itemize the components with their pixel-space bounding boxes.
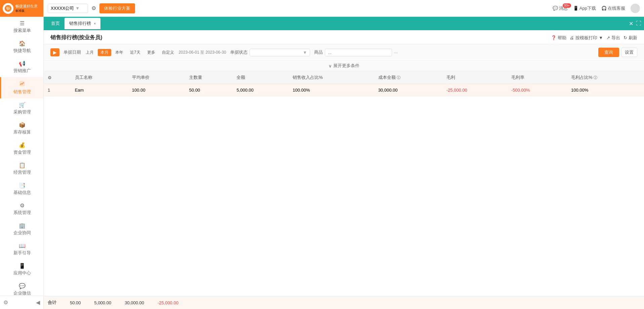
search-menu-icon: ☰ [20, 20, 25, 27]
col-quantity: 主数量 [185, 71, 232, 84]
sales-rank-table: ⚙ 员工名称 平均单价 主数量 全额 销售收入占比% 成本全额 ⓘ 毛利 毛利率… [44, 71, 644, 96]
row-rank: 1 [44, 84, 71, 96]
settings-button[interactable]: 设置 [621, 48, 637, 57]
content-area: 销售排行榜(按业务员) ❓ 帮助 🖨 按模板打印 ▼ ↗ 导出 ↻ 刷新 [44, 30, 644, 309]
tabbar: 首页 销售排行榜 × ✕ ⛶ [44, 17, 644, 30]
headset-icon: 🎧 [601, 6, 607, 11]
filter-toggle-button[interactable]: ▶ [50, 48, 59, 56]
expand-bar: ∨ 展开更多条件 [44, 61, 644, 71]
goods-input[interactable] [325, 49, 392, 56]
tab-close-window-icon[interactable]: ✕ [629, 20, 633, 27]
date-filter-group: 单据日期 上月 本月 本年 近7天 更多 自定义 2023-06-01 至 20… [63, 49, 226, 56]
sidebar-item-search[interactable]: ☰ 搜索菜单 [0, 17, 43, 37]
date-tab-this-year[interactable]: 本年 [113, 49, 126, 56]
help-button[interactable]: ❓ 帮助 [551, 35, 566, 41]
row-gross-rate: -500.00% [507, 84, 567, 96]
date-tabs: 上月 本月 本年 近7天 更多 自定义 [83, 49, 177, 56]
col-avg-price: 平均单价 [128, 71, 185, 84]
sidebar-item-marketing[interactable]: 📢 营销推广 [0, 57, 43, 77]
footer-label: 合计 [48, 300, 56, 306]
goods-filter-group: 商品 ··· [314, 49, 398, 56]
filter-bar: ▶ 单据日期 上月 本月 本年 近7天 更多 自定义 2023-06-01 至 … [44, 44, 644, 61]
tab-close-icon[interactable]: × [94, 21, 96, 25]
status-select[interactable]: ▼ [250, 49, 310, 56]
gear-icon[interactable]: ⚙ [91, 5, 96, 11]
system-icon: ⚙ [20, 202, 25, 209]
operations-icon: 📋 [19, 162, 26, 168]
export-button[interactable]: ↗ 导出 [606, 35, 620, 41]
row-gross: -25,000.00 [442, 84, 507, 96]
tab-expand-icon[interactable]: ⛶ [636, 20, 641, 27]
collapse-icon[interactable]: ◀ [36, 299, 40, 306]
help-icon: ❓ [551, 35, 556, 40]
col-amount: 全额 [232, 71, 289, 84]
query-button[interactable]: 查询 [598, 48, 619, 57]
footer-cost: 30,000.00 [125, 300, 144, 305]
row-amount: 5,000.00 [232, 84, 289, 96]
sidebar-item-wechat[interactable]: 💬 企业微信 [0, 279, 43, 296]
col-settings[interactable]: ⚙ [44, 71, 71, 84]
col-sales-pct: 销售收入占比% [289, 71, 374, 84]
avatar[interactable] [631, 4, 640, 13]
main-area: XXXXX公司 ▼ ⚙ 体验行业方案 💬 消息 99+ 📱 App下载 🎧 在线… [44, 0, 644, 309]
date-tab-more[interactable]: 更多 [144, 49, 158, 56]
tabbar-right: ✕ ⛶ [629, 20, 641, 27]
row-sales-pct: 100.00% [289, 84, 374, 96]
sidebar-item-basic-info[interactable]: 📑 基础信息 [0, 179, 43, 199]
footer-gross: -25,000.00 [158, 300, 178, 305]
basic-info-icon: 📑 [19, 182, 26, 189]
table-footer: 合计 50.00 5,000.00 30,000.00 -25,000.00 [44, 296, 644, 309]
sidebar-item-app-center[interactable]: 📱 应用中心 [0, 259, 43, 279]
filter-more-icon[interactable]: ··· [394, 50, 398, 55]
inventory-icon: 📦 [19, 122, 26, 128]
refresh-button[interactable]: ↻ 刷新 [624, 35, 637, 41]
sidebar-item-enterprise[interactable]: 🏢 企业协同 [0, 219, 43, 239]
print-icon: 🖨 [570, 35, 574, 40]
tab-sales-rank[interactable]: 销售排行榜 × [65, 18, 100, 29]
service-button[interactable]: 🎧 在线客服 [601, 5, 625, 11]
phone-icon: 📱 [573, 6, 578, 11]
gross-pct-info-icon[interactable]: ⓘ [594, 75, 597, 80]
settings-icon[interactable]: ⚙ [3, 299, 8, 306]
message-button[interactable]: 💬 消息 99+ [553, 5, 568, 11]
row-gross-pct: 100.00% [567, 84, 644, 96]
trial-button[interactable]: 体验行业方案 [99, 3, 135, 13]
sidebar-item-system[interactable]: ⚙ 系统管理 [0, 199, 43, 219]
row-cost: 30,000.00 [374, 84, 442, 96]
expand-conditions-button[interactable]: ∨ 展开更多条件 [329, 63, 359, 69]
svg-rect-2 [19, 81, 25, 86]
template-print-button[interactable]: 🖨 按模板打印 ▼ [570, 35, 603, 41]
sidebar-item-finance[interactable]: 💰 资金管理 [0, 139, 43, 159]
logo-icon: 畅 [3, 3, 13, 14]
app-download-button[interactable]: 📱 App下载 [573, 5, 596, 11]
sidebar-item-quick-nav[interactable]: 🏠 快捷导航 [0, 37, 43, 57]
sidebar-item-purchase[interactable]: 🛒 采购管理 [0, 98, 43, 118]
date-tab-custom[interactable]: 自定义 [159, 49, 177, 56]
date-filter-label: 单据日期 [63, 49, 81, 55]
row-avg-price: 100.00 [128, 84, 185, 96]
sidebar-logo: 畅 畅捷通好生意 标准版 [0, 0, 43, 17]
marketing-icon: 📢 [19, 60, 26, 67]
sidebar-menu: ☰ 搜索菜单 🏠 快捷导航 📢 营销推广 销售管理 🛒 采购管理 📦 [0, 17, 43, 296]
status-chevron-icon: ▼ [303, 50, 307, 55]
date-tab-7days[interactable]: 近7天 [127, 49, 143, 56]
company-name: XXXXX公司 [51, 5, 74, 11]
tab-home[interactable]: 首页 [46, 18, 65, 29]
sales-icon [19, 81, 25, 88]
sidebar-item-operations[interactable]: 📋 经营管理 [0, 159, 43, 179]
sidebar-item-guide[interactable]: 📖 新手引导 [0, 239, 43, 259]
date-tab-last-month[interactable]: 上月 [83, 49, 96, 56]
home-icon: 🏠 [19, 40, 26, 47]
sidebar-item-inventory[interactable]: 📦 库存核算 [0, 118, 43, 139]
company-select[interactable]: XXXXX公司 ▼ [48, 4, 88, 13]
sidebar-bottom: ⚙ ◀ [0, 296, 43, 309]
cost-info-icon[interactable]: ⓘ [397, 75, 400, 80]
page-header: 销售排行榜(按业务员) ❓ 帮助 🖨 按模板打印 ▼ ↗ 导出 ↻ 刷新 [44, 30, 644, 44]
table-row: 1 Eam 100.00 50.00 5,000.00 100.00% 30,0… [44, 84, 644, 96]
sidebar-item-sales[interactable]: 销售管理 [0, 77, 43, 98]
enterprise-icon: 🏢 [19, 222, 26, 229]
table-body: 1 Eam 100.00 50.00 5,000.00 100.00% 30,0… [44, 84, 644, 96]
filter-actions: 查询 设置 [598, 48, 637, 57]
date-tab-this-month[interactable]: 本月 [98, 49, 111, 56]
row-quantity: 50.00 [185, 84, 232, 96]
